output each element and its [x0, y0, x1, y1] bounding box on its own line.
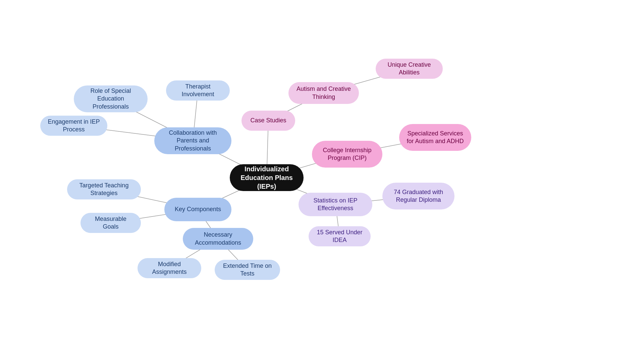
measurable-goals-node: Measurable Goals: [80, 213, 141, 233]
collaboration-node: Collaboration with Parents and Professio…: [154, 127, 231, 154]
engagement-node: Engagement in IEP Process: [40, 116, 107, 136]
statistics-iep-node: Statistics on IEP Effectiveness: [299, 193, 372, 216]
served-idea-node: 15 Served Under IDEA: [309, 226, 371, 246]
role-special-ed-node: Role of Special Education Professionals: [74, 85, 148, 112]
college-internship-node: College Internship Program (CIP): [312, 141, 382, 168]
graduated-diploma-node: 74 Graduated with Regular Diploma: [382, 183, 454, 209]
necessary-accommodations-node: Necessary Accommodations: [183, 228, 253, 250]
center-node: Individualized Education Plans (IEPs): [230, 164, 304, 191]
therapist-node: Therapist Involvement: [166, 80, 230, 101]
key-components-node: Key Components: [164, 198, 231, 221]
autism-creative-node: Autism and Creative Thinking: [288, 82, 359, 104]
unique-creative-node: Unique Creative Abilities: [376, 59, 443, 79]
targeted-teaching-node: Targeted Teaching Strategies: [67, 179, 141, 199]
case-studies-node: Case Studies: [241, 111, 295, 131]
specialized-services-node: Specialized Services for Autism and ADHD: [399, 124, 471, 151]
modified-assignments-node: Modified Assignments: [138, 258, 201, 278]
extended-time-node: Extended Time on Tests: [215, 260, 280, 280]
